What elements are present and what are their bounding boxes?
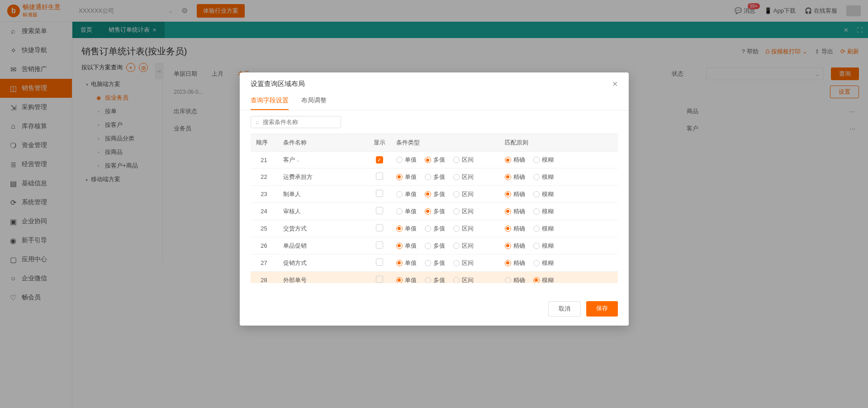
match-radio[interactable]: 模糊 bbox=[533, 225, 554, 233]
seq-cell: 27 bbox=[251, 254, 278, 272]
save-button[interactable]: 保存 bbox=[586, 301, 618, 317]
match-radio[interactable]: 精确 bbox=[505, 190, 525, 198]
table-row: 26 单品促销 单值多值区间 精确模糊 bbox=[251, 237, 618, 254]
seq-cell: 24 bbox=[251, 203, 278, 220]
match-radio[interactable]: 模糊 bbox=[533, 207, 554, 216]
match-radio[interactable]: 精确 bbox=[505, 276, 525, 283]
match-radio[interactable]: 模糊 bbox=[533, 242, 554, 250]
table-row: 28 外部单号 单值多值区间 精确模糊 bbox=[251, 272, 618, 283]
type-radio[interactable]: 区间 bbox=[453, 225, 474, 233]
show-checkbox[interactable] bbox=[376, 224, 383, 231]
type-radio[interactable]: 单值 bbox=[396, 259, 417, 267]
type-radio[interactable]: 单值 bbox=[396, 190, 417, 198]
show-checkbox[interactable] bbox=[376, 241, 383, 249]
table-row: 27 促销方式 单值多值区间 精确模糊 bbox=[251, 254, 618, 272]
type-radio[interactable]: 单值 bbox=[396, 242, 417, 250]
type-radio[interactable]: 区间 bbox=[453, 173, 474, 181]
type-radio[interactable]: 单值 bbox=[396, 207, 417, 216]
match-radio[interactable]: 精确 bbox=[505, 259, 525, 267]
seq-cell: 28 bbox=[251, 272, 278, 283]
col-type-header: 条件类型 bbox=[391, 134, 499, 152]
conditions-table: 顺序 条件名称 显示 条件类型 匹配原则 21 客户⌄ 单值多值区间 精确模糊 … bbox=[251, 134, 618, 283]
match-radio[interactable]: 模糊 bbox=[533, 259, 554, 267]
table-scroll[interactable]: 顺序 条件名称 显示 条件类型 匹配原则 21 客户⌄ 单值多值区间 精确模糊 … bbox=[251, 134, 618, 283]
name-cell: 单品促销 bbox=[278, 237, 368, 254]
col-name-header: 条件名称 bbox=[278, 134, 368, 152]
name-cell: 外部单号 bbox=[278, 272, 368, 283]
col-show-header: 显示 bbox=[368, 134, 391, 152]
col-seq-header: 顺序 bbox=[251, 134, 278, 152]
type-radio[interactable]: 单值 bbox=[396, 276, 417, 283]
tab-layout-adjust[interactable]: 布局调整 bbox=[301, 96, 327, 110]
match-radio[interactable]: 精确 bbox=[505, 173, 525, 181]
modal-title: 设置查询区域布局 bbox=[251, 80, 305, 88]
name-cell: 促销方式 bbox=[278, 254, 368, 272]
type-radio[interactable]: 多值 bbox=[425, 207, 445, 216]
type-radio[interactable]: 多值 bbox=[425, 156, 445, 164]
name-cell: 审核人 bbox=[278, 203, 368, 220]
match-radio[interactable]: 模糊 bbox=[533, 156, 554, 164]
seq-cell: 22 bbox=[251, 168, 278, 186]
cancel-button[interactable]: 取消 bbox=[548, 301, 581, 317]
type-radio[interactable]: 单值 bbox=[396, 173, 417, 181]
type-radio[interactable]: 多值 bbox=[425, 259, 445, 267]
type-radio[interactable]: 多值 bbox=[425, 225, 445, 233]
seq-cell: 26 bbox=[251, 237, 278, 254]
table-row: 21 客户⌄ 单值多值区间 精确模糊 bbox=[251, 152, 618, 168]
chevron-down-icon[interactable]: ⌄ bbox=[296, 157, 300, 163]
close-icon[interactable]: ✕ bbox=[612, 80, 618, 88]
table-row: 22 运费承担方 单值多值区间 精确模糊 bbox=[251, 168, 618, 186]
show-checkbox[interactable] bbox=[376, 259, 383, 266]
match-radio[interactable]: 精确 bbox=[505, 242, 525, 250]
search-input[interactable] bbox=[263, 119, 339, 125]
type-radio[interactable]: 多值 bbox=[425, 276, 445, 283]
type-radio[interactable]: 多值 bbox=[425, 190, 445, 198]
match-radio[interactable]: 模糊 bbox=[533, 190, 554, 198]
show-checkbox[interactable] bbox=[376, 156, 383, 163]
show-checkbox[interactable] bbox=[376, 276, 383, 283]
col-match-header: 匹配原则 bbox=[499, 134, 618, 152]
show-checkbox[interactable] bbox=[376, 173, 383, 180]
type-radio[interactable]: 区间 bbox=[453, 190, 474, 198]
name-cell: 交货方式 bbox=[278, 220, 368, 237]
show-checkbox[interactable] bbox=[376, 207, 383, 214]
name-cell: 客户⌄ bbox=[278, 152, 368, 168]
table-row: 25 交货方式 单值多值区间 精确模糊 bbox=[251, 220, 618, 237]
table-row: 24 审核人 单值多值区间 精确模糊 bbox=[251, 203, 618, 220]
type-radio[interactable]: 区间 bbox=[453, 276, 474, 283]
match-radio[interactable]: 模糊 bbox=[533, 173, 554, 181]
show-checkbox[interactable] bbox=[376, 190, 383, 197]
query-layout-modal: 设置查询区域布局 ✕ 查询字段设置 布局调整 ⌕ 顺序 条件名称 显示 条件类型… bbox=[240, 72, 629, 326]
seq-cell: 21 bbox=[251, 152, 278, 168]
tab-field-settings[interactable]: 查询字段设置 bbox=[251, 96, 289, 110]
type-radio[interactable]: 单值 bbox=[396, 225, 417, 233]
type-radio[interactable]: 多值 bbox=[425, 242, 445, 250]
type-radio[interactable]: 区间 bbox=[453, 259, 474, 267]
type-radio[interactable]: 区间 bbox=[453, 242, 474, 250]
match-radio[interactable]: 精确 bbox=[505, 225, 525, 233]
type-radio[interactable]: 多值 bbox=[425, 173, 445, 181]
seq-cell: 23 bbox=[251, 186, 278, 203]
match-radio[interactable]: 精确 bbox=[505, 156, 525, 164]
table-row: 23 制单人 单值多值区间 精确模糊 bbox=[251, 186, 618, 203]
type-radio[interactable]: 单值 bbox=[396, 156, 417, 164]
search-icon: ⌕ bbox=[256, 119, 259, 125]
seq-cell: 25 bbox=[251, 220, 278, 237]
search-input-wrapper: ⌕ bbox=[251, 116, 341, 128]
type-radio[interactable]: 区间 bbox=[453, 156, 474, 164]
match-radio[interactable]: 模糊 bbox=[533, 276, 554, 283]
name-cell: 运费承担方 bbox=[278, 168, 368, 186]
name-cell: 制单人 bbox=[278, 186, 368, 203]
match-radio[interactable]: 精确 bbox=[505, 207, 525, 216]
type-radio[interactable]: 区间 bbox=[453, 207, 474, 216]
